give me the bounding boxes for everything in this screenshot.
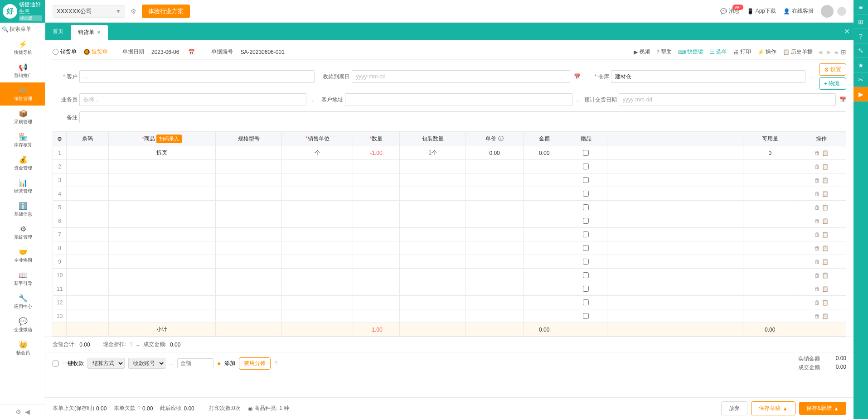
right-panel-btn-1[interactable]: ≡ <box>853 0 868 14</box>
qty-cell[interactable] <box>353 255 400 269</box>
sidebar-item-operations[interactable]: 📊 经营管理 <box>0 175 45 198</box>
qty-cell[interactable] <box>353 201 400 214</box>
copy-row-icon[interactable]: 📋 <box>822 299 829 306</box>
amount-cell[interactable] <box>524 282 565 296</box>
product-cell[interactable] <box>108 282 215 296</box>
delivery-calendar-icon[interactable]: 📅 <box>839 96 846 103</box>
barcode-cell[interactable] <box>67 309 108 323</box>
pkg-qty-cell[interactable]: 1个 <box>399 146 466 160</box>
qty-cell[interactable] <box>353 269 400 282</box>
amount-cell[interactable] <box>524 160 565 173</box>
product-cell[interactable] <box>108 309 215 323</box>
qty-cell[interactable] <box>353 241 400 255</box>
grid-view-icon[interactable]: ⊞ <box>841 48 846 56</box>
pkg-qty-cell[interactable] <box>399 309 466 323</box>
price-cell[interactable] <box>466 309 524 323</box>
delete-row-icon[interactable]: 🗑 <box>815 150 820 156</box>
sidebar-item-wechat[interactable]: 💬 企业微信 <box>0 313 45 337</box>
qty-cell[interactable] <box>353 160 400 173</box>
unit-cell[interactable] <box>282 282 353 296</box>
gift-checkbox[interactable] <box>583 177 589 183</box>
tab-sales-order[interactable]: 销货单 ✕ <box>71 25 108 40</box>
gift-cell[interactable] <box>565 146 607 160</box>
user-avatar-2[interactable] <box>837 7 846 16</box>
add-payment-icon[interactable]: ● <box>217 360 221 367</box>
sidebar-item-basic-info[interactable]: ℹ️ 基础信息 <box>0 198 45 221</box>
settlement-method-select[interactable]: 结算方式 <box>87 358 125 369</box>
pkg-qty-cell[interactable] <box>399 187 466 201</box>
pkg-qty-cell[interactable] <box>399 201 466 214</box>
gift-cell[interactable] <box>565 214 607 228</box>
account-select[interactable]: 收款账号 <box>128 358 165 369</box>
delete-row-icon[interactable]: 🗑 <box>815 286 820 292</box>
payment-more[interactable]: ... <box>169 360 174 366</box>
unit-cell[interactable] <box>282 241 353 255</box>
tab-home[interactable]: 首页 <box>45 24 71 39</box>
sidebar-item-quick-nav[interactable]: ⚡ 快捷导航 <box>0 36 45 59</box>
barcode-cell[interactable] <box>67 214 108 228</box>
price-cell[interactable] <box>466 160 524 173</box>
unit-cell[interactable] <box>282 296 353 309</box>
pkg-qty-cell[interactable] <box>399 160 466 173</box>
right-panel-btn-7[interactable]: ▶ <box>853 87 868 101</box>
sidebar-item-guide[interactable]: 📖 新手引导 <box>0 267 45 290</box>
spec-cell[interactable] <box>216 269 282 282</box>
copy-row-icon[interactable]: 📋 <box>822 218 829 224</box>
price-cell[interactable] <box>466 201 524 214</box>
unit-cell[interactable] <box>282 201 353 214</box>
right-panel-btn-6[interactable]: ✂ <box>853 72 868 87</box>
qty-cell[interactable] <box>353 173 400 187</box>
settings-button[interactable]: ⚙ 设置 <box>819 63 846 76</box>
calendar-icon[interactable]: 📅 <box>188 49 195 55</box>
sidebar-item-sales[interactable]: 🛒 销售管理 <box>0 82 45 106</box>
sidebar-item-app-center[interactable]: 🔧 应用中心 <box>0 290 45 313</box>
gift-cell[interactable] <box>565 228 607 241</box>
price-cell[interactable] <box>466 241 524 255</box>
amount-cell[interactable] <box>524 228 565 241</box>
delete-row-icon[interactable]: 🗑 <box>815 245 820 251</box>
product-cell[interactable] <box>108 241 215 255</box>
discount-help-icon[interactable]: ? <box>130 342 133 348</box>
gift-checkbox[interactable] <box>583 259 589 265</box>
gift-cell[interactable] <box>565 160 607 173</box>
barcode-cell[interactable] <box>67 160 108 173</box>
barcode-cell[interactable] <box>67 241 108 255</box>
delete-row-icon[interactable]: 🗑 <box>815 272 820 279</box>
app-download-action[interactable]: 📱 App下载 <box>747 7 776 15</box>
gift-cell[interactable] <box>565 173 607 187</box>
unit-cell[interactable] <box>282 173 353 187</box>
amount-cell[interactable] <box>524 173 565 187</box>
expected-delivery-input[interactable]: yyyy-mm-dd <box>619 93 836 106</box>
delete-row-icon[interactable]: 🗑 <box>815 204 820 211</box>
barcode-cell[interactable] <box>67 173 108 187</box>
unit-cell[interactable] <box>282 255 353 269</box>
warehouse-input[interactable]: 建材仓 <box>611 70 805 83</box>
right-panel-btn-2[interactable]: ⊞ <box>853 14 868 29</box>
gift-cell[interactable] <box>565 187 607 201</box>
tab-close-icon[interactable]: ✕ <box>97 30 101 35</box>
qty-cell[interactable] <box>353 296 400 309</box>
amount-cell[interactable] <box>524 296 565 309</box>
copy-row-icon[interactable]: 📋 <box>822 245 829 251</box>
barcode-cell[interactable] <box>67 228 108 241</box>
payment-amount-input[interactable] <box>177 358 213 368</box>
gift-cell[interactable] <box>565 201 607 214</box>
sales-order-radio[interactable]: 销货单 <box>53 48 77 56</box>
pkg-qty-cell[interactable] <box>399 296 466 309</box>
gift-cell[interactable] <box>565 309 607 323</box>
col-settings[interactable]: ⚙ <box>53 132 67 146</box>
amount-cell[interactable] <box>524 255 565 269</box>
copy-row-icon[interactable]: 📋 <box>822 164 829 170</box>
gift-checkbox[interactable] <box>583 313 589 319</box>
scan-button[interactable]: 扫码录入 <box>156 135 182 143</box>
delete-row-icon[interactable]: 🗑 <box>815 164 820 170</box>
gift-checkbox[interactable] <box>583 164 589 169</box>
price-cell[interactable] <box>466 269 524 282</box>
copy-row-icon[interactable]: 📋 <box>822 204 829 211</box>
save-new-button[interactable]: 保存&新增 ▲ <box>799 402 846 415</box>
video-btn[interactable]: ▶ 视频 <box>632 47 652 57</box>
topbar-settings-icon[interactable]: ⚙ <box>131 8 136 15</box>
product-cell[interactable] <box>108 214 215 228</box>
help-btn[interactable]: ? 帮助 <box>655 47 674 57</box>
expense-help-icon[interactable]: ? <box>274 360 277 366</box>
